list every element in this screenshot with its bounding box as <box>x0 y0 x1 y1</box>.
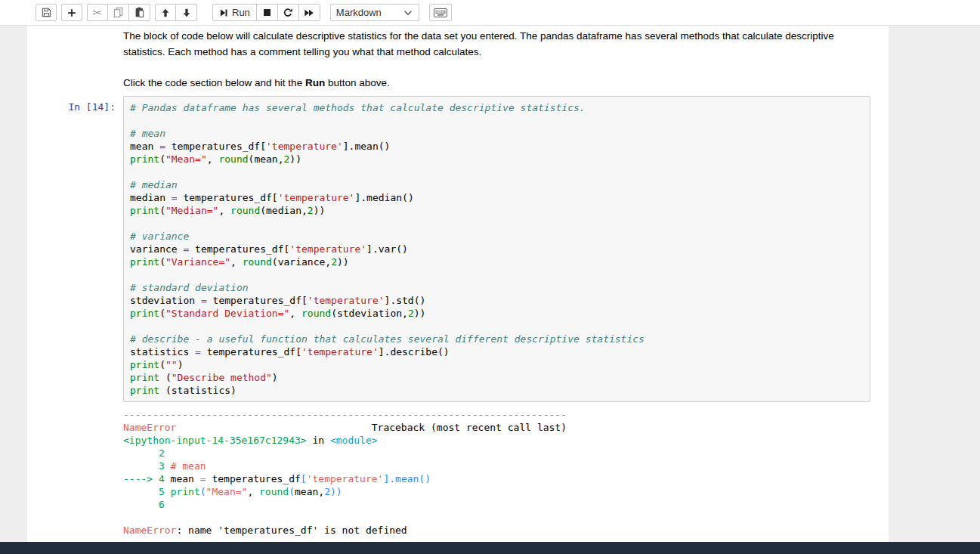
run-button[interactable]: Run <box>212 4 257 21</box>
cut-button[interactable]: ✂ <box>87 4 108 21</box>
paste-button[interactable] <box>129 4 150 21</box>
arrow-up-icon <box>160 8 171 18</box>
save-group <box>36 4 57 21</box>
fast-forward-icon <box>304 8 314 18</box>
jupyter-notebook-screen: ✂ <box>0 0 980 554</box>
cut-icon: ✂ <box>93 7 103 18</box>
error-output: ----------------------------------------… <box>27 408 889 537</box>
notebook-workspace: The block of code below will calculate d… <box>0 26 980 542</box>
save-icon <box>41 7 52 18</box>
stop-icon <box>262 8 272 17</box>
restart-kernel-icon <box>283 8 293 18</box>
restart-kernel-button[interactable] <box>278 4 299 21</box>
notebook-toolbar: ✂ <box>0 0 980 26</box>
bottom-dark-bar <box>0 542 980 554</box>
cell-type-dropdown[interactable]: Markdown <box>330 4 419 21</box>
step-forward-icon <box>219 8 228 17</box>
paste-icon <box>134 7 145 18</box>
interrupt-kernel-button[interactable] <box>257 4 278 21</box>
palette-group <box>429 4 452 21</box>
add-cell-button[interactable] <box>61 4 82 21</box>
copy-button[interactable] <box>108 4 129 21</box>
clipboard-group: ✂ <box>87 4 150 21</box>
code-editor[interactable]: # Pandas dataframe has several methods t… <box>123 96 870 402</box>
execution-group: Run <box>212 4 320 21</box>
run-button-label: Run <box>232 7 250 18</box>
move-group <box>155 4 197 21</box>
chevron-down-icon <box>403 8 413 18</box>
notebook-page: The block of code below will calculate d… <box>27 26 889 542</box>
run-emphasis: Run <box>305 77 325 88</box>
cell-type-value: Markdown <box>336 7 382 18</box>
save-button[interactable] <box>36 4 57 21</box>
move-cell-down-button[interactable] <box>176 4 197 21</box>
keyboard-icon <box>434 8 447 18</box>
restart-run-all-button[interactable] <box>299 4 320 21</box>
markdown-cell[interactable]: The block of code below will calculate d… <box>27 28 889 91</box>
insert-group <box>61 4 82 21</box>
code-cell: In [14]: # Pandas dataframe has several … <box>27 96 889 402</box>
markdown-paragraph-1: The block of code below will calculate d… <box>123 28 867 60</box>
copy-icon <box>113 7 124 18</box>
add-cell-icon <box>66 8 77 18</box>
input-prompt: In [14]: <box>27 96 123 402</box>
move-cell-up-button[interactable] <box>155 4 176 21</box>
code-content: # Pandas dataframe has several methods t… <box>130 101 870 397</box>
arrow-down-icon <box>181 8 192 18</box>
traceback-content: ----------------------------------------… <box>123 408 889 537</box>
markdown-paragraph-2: Click the code section below and hit the… <box>123 75 867 91</box>
command-palette-button[interactable] <box>429 4 452 21</box>
